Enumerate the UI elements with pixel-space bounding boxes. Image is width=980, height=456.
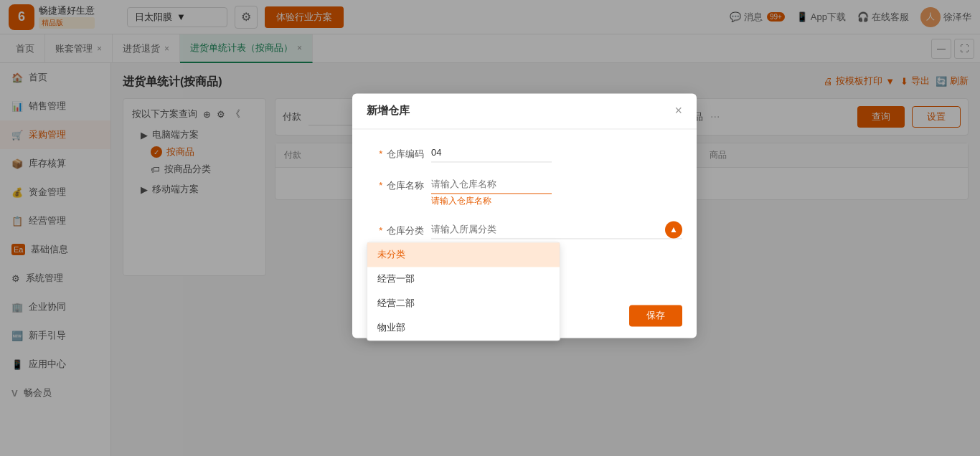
code-label: * 仓库编码 bbox=[367, 143, 424, 161]
name-label: * 仓库名称 bbox=[367, 175, 424, 192]
modal-body: * 仓库编码 * 仓库名称 请输入仓库名称 * 仓库分类 bbox=[352, 129, 697, 298]
modal-title: 新增仓库 bbox=[367, 104, 410, 118]
category-label: * 仓库分类 bbox=[367, 220, 424, 237]
category-input[interactable] bbox=[431, 220, 682, 239]
dropdown-option-dept3[interactable]: 物业部 bbox=[367, 315, 560, 340]
modal-close-button[interactable]: × bbox=[674, 103, 682, 118]
category-dropdown-list: 未分类 经营一部 经营二部 物业部 bbox=[367, 242, 560, 341]
dropdown-option-uncategorized[interactable]: 未分类 bbox=[367, 242, 560, 267]
category-field-row: * 仓库分类 ▲ 未分类 经营一部 经营二部 物业部 bbox=[367, 220, 682, 239]
name-error-message: 请输入仓库名称 bbox=[431, 195, 682, 207]
category-dropdown-button[interactable]: ▲ bbox=[665, 221, 682, 238]
dropdown-option-dept1[interactable]: 经营一部 bbox=[367, 267, 560, 291]
code-field-row: * 仓库编码 bbox=[367, 143, 682, 162]
code-input[interactable] bbox=[431, 143, 552, 162]
name-field-row: * 仓库名称 请输入仓库名称 bbox=[367, 175, 682, 207]
save-button[interactable]: 保存 bbox=[629, 305, 682, 326]
new-warehouse-modal: 新增仓库 × * 仓库编码 * 仓库名称 请输入仓库名称 bbox=[352, 93, 697, 338]
modal-header: 新增仓库 × bbox=[352, 93, 697, 129]
name-input[interactable] bbox=[431, 175, 552, 194]
dropdown-option-dept2[interactable]: 经营二部 bbox=[367, 291, 560, 315]
